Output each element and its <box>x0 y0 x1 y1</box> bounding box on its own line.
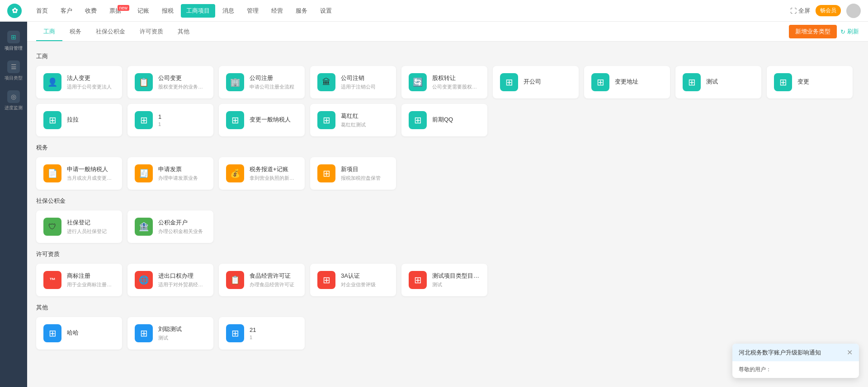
nav-item-settings[interactable]: 设置 <box>315 4 337 18</box>
refresh-button[interactable]: ↻ 刷新 <box>840 28 859 36</box>
card-title-general-tax-change: 变更一般纳税人 <box>250 116 297 124</box>
card-qianqi-qq[interactable]: ⊞ 前期QQ <box>401 104 487 136</box>
card-import-export[interactable]: 🌐 进出口权办理 适用于对外贸易经营者 <box>127 264 213 296</box>
card-icon-trademark: ™ <box>43 271 61 289</box>
card-social-insurance[interactable]: 🛡 社保登记 进行人员社保登记 <box>36 210 122 243</box>
card-title-haha: 哈哈 <box>67 329 115 337</box>
card-desc-company-register: 申请公司注册全流程 <box>250 84 297 90</box>
app-logo[interactable]: ✿ <box>7 4 22 18</box>
cards-grid-shebao: 🛡 社保登记 进行人员社保登记 🏦 公积金开户 办理公积金相关业务 <box>36 210 859 243</box>
nav-item-service[interactable]: 服务 <box>290 4 313 18</box>
card-one[interactable]: ⊞ 1 1 <box>127 104 213 136</box>
card-title-fund-account: 公积金开户 <box>158 219 206 227</box>
nav-item-manage[interactable]: 管理 <box>241 4 264 18</box>
card-general-tax-change[interactable]: ⊞ 变更一般纳税人 <box>219 104 305 136</box>
card-icon-tax-accounting: 💰 <box>226 164 244 182</box>
sidebar-item-project-manage[interactable]: ⊞ 项目管理 <box>0 26 27 56</box>
card-desc-one: 1 <box>158 121 206 127</box>
section-title-shebao: 社保公积金 <box>36 197 859 205</box>
nav-item-fee[interactable]: 收费 <box>80 4 102 18</box>
nav-item-tax[interactable]: 报税 <box>156 4 179 18</box>
card-apply-invoice[interactable]: 🧾 申请发票 办理申请发票业务 <box>127 157 213 190</box>
card-legal-change[interactable]: 👤 法人变更 适用于公司变更法人 <box>36 66 122 98</box>
card-test-type[interactable]: ⊞ 测试项目类型目定义 测试 <box>401 264 487 296</box>
nav-item-home[interactable]: 首页 <box>31 4 53 18</box>
card-lala[interactable]: ⊞ 拉拉 <box>36 104 122 136</box>
card-icon-company-change: 📋 <box>135 73 153 91</box>
sidebar-item-project-type[interactable]: ☰ 项目类型 <box>0 56 27 86</box>
card-icon-equity-transfer: 🔄 <box>409 73 427 91</box>
card-title-company-register: 公司注册 <box>250 74 297 82</box>
card-desc-equity-transfer: 公司变更需要股权转让 <box>432 84 480 90</box>
card-equity-transfer[interactable]: 🔄 股权转让 公司变更需要股权转让 <box>401 66 487 98</box>
card-title-open-company: 开公司 <box>524 78 571 86</box>
card-haha[interactable]: ⊞ 哈哈 <box>36 317 122 350</box>
section-title-xuke: 许可资质 <box>36 250 859 258</box>
card-fund-account[interactable]: 🏦 公积金开户 办理公积金相关业务 <box>127 210 213 243</box>
card-icon-test: ⊞ <box>683 73 701 91</box>
sidebar-item-progress[interactable]: ◎ 进度监测 <box>0 86 27 116</box>
notification-close-button[interactable]: ✕ <box>847 348 853 357</box>
card-desc-3a-cert: 对企业信誉评级 <box>341 281 389 288</box>
cards-grid-shuiwu: 📄 申请一般纳税人 当月或次月成变更完成 🧾 申请发票 办理申请发票业务 💰 税… <box>36 157 859 190</box>
card-company-change[interactable]: 📋 公司变更 股权变更外的业务变更 <box>127 66 213 98</box>
add-business-type-button[interactable]: 新增业务类型 <box>789 25 837 38</box>
card-apply-general-tax[interactable]: 📄 申请一般纳税人 当月或次月成变更完成 <box>36 157 122 190</box>
card-icon-social-insurance: 🛡 <box>43 218 61 236</box>
card-icon-qianqi-qq: ⊞ <box>409 111 427 129</box>
vip-button[interactable]: 畅会员 <box>816 5 841 16</box>
card-title-legal-change: 法人变更 <box>67 74 115 82</box>
card-change2[interactable]: ⊞ 变更 <box>767 66 853 98</box>
notification-title: 河北税务数字账户升级影响通知 <box>739 349 821 357</box>
card-desc-import-export: 适用于对外贸易经营者 <box>158 281 206 288</box>
card-title-apply-general-tax: 申请一般纳税人 <box>67 165 115 173</box>
card-company-register[interactable]: 🏢 公司注册 申请公司注册全流程 <box>219 66 305 98</box>
card-icon-change2: ⊞ <box>774 73 792 91</box>
card-change-address[interactable]: ⊞ 变更地址 <box>584 66 670 98</box>
card-food-license[interactable]: 📋 食品经营许可证 办理食品经营许可证 <box>219 264 305 296</box>
card-gehonghong[interactable]: ⊞ 葛红红 葛红红测试 <box>310 104 396 136</box>
card-open-company[interactable]: ⊞ 开公司 <box>493 66 579 98</box>
section-title-gongshang: 工商 <box>36 52 859 61</box>
card-title-social-insurance: 社保登记 <box>67 219 115 227</box>
main-content: 工商 税务 社保公积金 许可资质 其他 新增业务类型 ↻ 刷新 工商 👤 法人变… <box>27 22 868 387</box>
card-icon-test-type: ⊞ <box>409 271 427 289</box>
card-title-one: 1 <box>158 113 206 120</box>
card-company-cancel[interactable]: 🏛 公司注销 适用于注销公司 <box>310 66 396 98</box>
card-liucong-test[interactable]: ⊞ 刘聪测试 测试 <box>127 317 213 350</box>
nav-item-biz[interactable]: 工商项目 <box>181 4 215 18</box>
card-desc-legal-change: 适用于公司变更法人 <box>67 84 115 90</box>
tab-shuiwu[interactable]: 税务 <box>62 23 89 41</box>
card-3a-cert[interactable]: ⊞ 3A认证 对企业信誉评级 <box>310 264 396 296</box>
card-test[interactable]: ⊞ 测试 <box>675 66 761 98</box>
nav-item-accounting[interactable]: 记账 <box>132 4 155 18</box>
tab-gongshang[interactable]: 工商 <box>36 23 62 41</box>
card-icon-apply-invoice: 🧾 <box>135 164 153 182</box>
fullscreen-btn[interactable]: ⛶ 全屏 <box>790 7 810 15</box>
nav-item-message[interactable]: 消息 <box>217 4 240 18</box>
card-icon-general-tax-change: ⊞ <box>226 111 244 129</box>
avatar[interactable] <box>846 4 861 18</box>
sidebar: ⊞ 项目管理 ☰ 项目类型 ◎ 进度监测 <box>0 22 27 387</box>
card-icon-new-project: ⊞ <box>317 164 335 182</box>
nav-item-operate[interactable]: 经营 <box>266 4 288 18</box>
tab-shebao[interactable]: 社保公积金 <box>89 23 132 41</box>
card-title-equity-transfer: 股权转让 <box>432 74 480 82</box>
card-tax-accounting[interactable]: 💰 税务报道+记账 拿到营业执照的新公司 <box>219 157 305 190</box>
nav-item-client[interactable]: 客户 <box>55 4 78 18</box>
nav-right: ⛶ 全屏 畅会员 <box>790 4 861 18</box>
card-desc-new-project: 报税加税控盘保管 <box>341 175 389 182</box>
nav-item-ticket[interactable]: 票据 new <box>104 4 130 18</box>
card-title-new-project: 新项目 <box>341 165 389 173</box>
card-trademark[interactable]: ™ 商标注册 用于企业商标注册服务 <box>36 264 122 296</box>
card-21[interactable]: ⊞ 21 1 <box>219 317 305 350</box>
card-icon-import-export: 🌐 <box>135 271 153 289</box>
card-new-project[interactable]: ⊞ 新项目 报税加税控盘保管 <box>310 157 396 190</box>
card-icon-one: ⊞ <box>135 111 153 129</box>
card-title-liucong-test: 刘聪测试 <box>158 325 206 333</box>
card-title-change2: 变更 <box>797 78 845 86</box>
card-icon-company-register: 🏢 <box>226 73 244 91</box>
tab-xuke[interactable]: 许可资质 <box>132 23 170 41</box>
card-title-trademark: 商标注册 <box>67 272 115 280</box>
tab-qita[interactable]: 其他 <box>170 23 197 41</box>
